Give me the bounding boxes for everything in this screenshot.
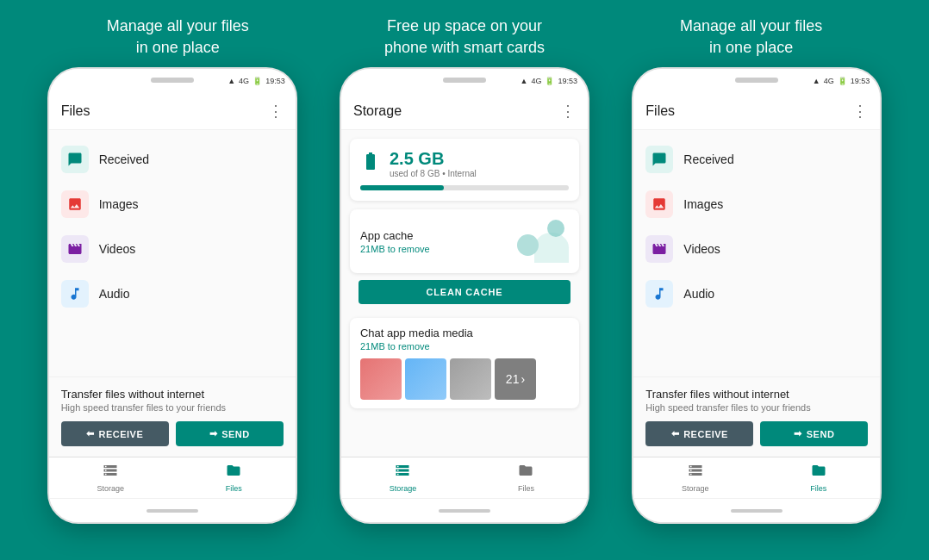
received-icon-3 — [645, 146, 673, 173]
receive-button-1[interactable]: ⬅ RECEIVE — [61, 421, 169, 446]
list-item[interactable]: Audio — [633, 271, 880, 316]
cache-title-label: App cache — [360, 229, 430, 242]
receive-arrow-icon-1: ⬅ — [86, 428, 95, 439]
heading-2: Free up space on yourphone with smart ca… — [344, 16, 585, 59]
thumb-1 — [360, 358, 402, 400]
app-bar-3: Files ⋮ — [633, 93, 880, 130]
send-arrow-icon-1: ➡ — [209, 428, 218, 439]
headings-row: Manage all your filesin one place Free u… — [0, 0, 929, 67]
files-nav-icon-1 — [226, 463, 241, 482]
more-icon-3[interactable]: ⋮ — [852, 102, 868, 121]
nav-storage-2[interactable]: Storage — [341, 457, 464, 498]
nav-files-3[interactable]: Files — [757, 457, 880, 498]
receive-arrow-icon-3: ⬅ — [671, 428, 680, 439]
phone-1: ▲ 4G 🔋 19:53 Files ⋮ Received — [47, 67, 297, 524]
signal-icon-1: ▲ — [228, 77, 235, 85]
list-item[interactable]: Received — [49, 137, 296, 182]
cache-info: App cache 21MB to remove — [360, 229, 430, 254]
files-nav-label-1: Files — [226, 484, 242, 493]
list-item[interactable]: Images — [633, 182, 880, 227]
storage-nav-icon-2 — [395, 463, 410, 482]
bottom-nav-2: Storage Files — [341, 457, 588, 498]
count-label: 21 — [506, 372, 520, 386]
status-icons-3: ▲ 4G 🔋 19:53 — [813, 77, 870, 85]
file-list-2: Received Images Videos — [633, 130, 880, 376]
storage-size-label: 2.5 GB — [390, 149, 477, 169]
thumb-3 — [450, 358, 491, 400]
list-item[interactable]: Videos — [49, 227, 296, 271]
storage-info-card: 2.5 GB used of 8 GB • Internal — [350, 139, 579, 201]
storage-screen: Storage ⋮ 2.5 GB used of 8 GB • Internal — [341, 93, 588, 498]
heading-1: Manage all your filesin one place — [57, 16, 298, 59]
cache-card: App cache 21MB to remove — [350, 209, 579, 273]
videos-icon-3 — [645, 235, 673, 263]
file-list-1: Received Images Videos — [49, 130, 296, 376]
phone-notch-2 — [443, 78, 486, 83]
storage-header: 2.5 GB used of 8 GB • Internal — [360, 149, 569, 178]
transfer-subtitle-3: High speed transfer files to your friend… — [645, 402, 868, 413]
bottom-nav-3: Storage Files — [633, 457, 880, 498]
received-label-1: Received — [99, 152, 149, 166]
nav-files-2[interactable]: Files — [464, 457, 588, 498]
storage-text-block: 2.5 GB used of 8 GB • Internal — [390, 149, 477, 178]
files-nav-label-2: Files — [518, 484, 534, 493]
thumb-count: 21 › — [495, 358, 536, 400]
home-indicator-3 — [731, 509, 782, 513]
phone-storage-icon — [360, 151, 381, 177]
home-indicator-1 — [147, 509, 198, 513]
audio-icon-1 — [61, 280, 89, 308]
phone-3: ▲ 4G 🔋 19:53 Files ⋮ Received — [632, 67, 882, 524]
chat-thumbnails: 21 › — [360, 358, 569, 400]
audio-icon-3 — [645, 280, 673, 308]
status-icons-2: ▲ 4G 🔋 19:53 — [521, 77, 577, 85]
list-item[interactable]: Videos — [633, 227, 880, 271]
clean-cache-button-wrapper: CLEAN CACHE — [341, 280, 588, 318]
storage-used-label: used of 8 GB • Internal — [390, 169, 477, 178]
transfer-title-1: Transfer files without internet — [61, 388, 284, 401]
storage-nav-icon-1 — [103, 463, 118, 482]
clean-cache-button[interactable]: CLEAN CACHE — [359, 280, 570, 304]
images-icon-1 — [61, 190, 89, 218]
images-label-3: Images — [683, 197, 723, 211]
send-button-3[interactable]: ➡ SEND — [760, 421, 868, 446]
time-label-2: 19:53 — [558, 77, 577, 85]
list-item[interactable]: Received — [633, 137, 880, 182]
heading-3: Manage all your filesin one place — [631, 16, 872, 59]
more-icon-1[interactable]: ⋮ — [268, 102, 284, 121]
images-icon-3 — [645, 190, 673, 218]
list-item[interactable]: Images — [49, 182, 296, 227]
network-label-3: 4G — [824, 77, 834, 85]
phone-bottom-2 — [341, 498, 588, 522]
transfer-section-3: Transfer files without internet High spe… — [633, 376, 880, 457]
phone-2: ▲ 4G 🔋 19:53 Storage ⋮ — [340, 67, 589, 524]
receive-button-3[interactable]: ⬅ RECEIVE — [645, 421, 753, 446]
time-label-1: 19:53 — [265, 77, 285, 85]
phones-row: ▲ 4G 🔋 19:53 Files ⋮ Received — [0, 67, 929, 524]
battery-icon-1: 🔋 — [253, 77, 262, 85]
more-icon-2[interactable]: ⋮ — [560, 102, 576, 121]
storage-nav-icon-3 — [688, 463, 703, 482]
files-nav-label-3: Files — [810, 484, 826, 493]
status-icons-1: ▲ 4G 🔋 19:53 — [228, 77, 284, 85]
cache-illustration — [517, 220, 569, 263]
chevron-right-icon: › — [521, 372, 525, 386]
nav-storage-3[interactable]: Storage — [633, 457, 757, 498]
storage-nav-label-3: Storage — [682, 484, 709, 493]
transfer-subtitle-1: High speed transfer files to your friend… — [61, 402, 284, 413]
storage-nav-label-2: Storage — [390, 484, 417, 493]
nav-files-1[interactable]: Files — [172, 457, 296, 498]
nav-storage-1[interactable]: Storage — [49, 457, 172, 498]
send-button-1[interactable]: ➡ SEND — [176, 421, 284, 446]
app-bar-1: Files ⋮ — [49, 93, 296, 130]
bottom-nav-1: Storage Files — [49, 457, 296, 498]
phone-notch-1 — [151, 78, 194, 83]
transfer-buttons-1: ⬅ RECEIVE ➡ SEND — [61, 421, 284, 446]
list-item[interactable]: Audio — [49, 271, 296, 316]
videos-label-1: Videos — [99, 242, 136, 256]
app-bar-title-3: Files — [645, 103, 675, 119]
files-nav-icon-2 — [518, 463, 533, 482]
files-screen-2: Files ⋮ Received Images — [633, 93, 880, 498]
files-screen-1: Files ⋮ Received Images — [49, 93, 296, 498]
storage-bar-fill — [360, 185, 444, 190]
images-label-1: Images — [99, 197, 139, 211]
